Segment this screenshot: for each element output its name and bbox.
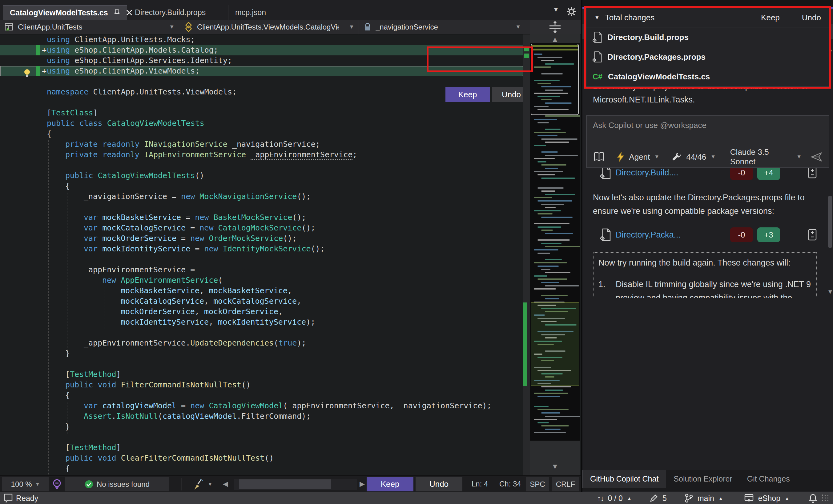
total-undo-button[interactable]: Undo — [802, 13, 821, 22]
inline-keep-button[interactable]: Keep — [446, 87, 490, 102]
code-line[interactable]: _appEnvironmentService.UpdateDependencie… — [0, 338, 523, 348]
feedback-icon[interactable] — [52, 479, 62, 490]
code-line[interactable]: var mockOrderService = new OrderMockServ… — [0, 233, 523, 244]
tab-list-chevron-icon[interactable]: ▼ — [553, 6, 559, 17]
changed-file-row[interactable]: Directory.Build.props — [587, 27, 829, 47]
code-line[interactable] — [0, 327, 523, 338]
project-dropdown[interactable]: ClientApp.UnitTests ▼ — [0, 20, 179, 34]
agent-mode-dropdown[interactable]: Agent — [629, 152, 650, 162]
zoom-dropdown[interactable]: 100 % ▼ — [2, 477, 49, 492]
sync-counter[interactable]: 0 / 0 — [608, 494, 623, 503]
chat-input[interactable] — [587, 116, 829, 143]
code-line[interactable]: { — [0, 129, 523, 139]
code-line[interactable]: new AppEnvironmentService( — [0, 275, 523, 285]
column-indicator[interactable]: Ch: 34 — [499, 480, 521, 488]
code-line[interactable]: using ClientApp.UnitTests.Mocks; — [0, 34, 523, 45]
split-editor-button[interactable] — [530, 20, 580, 34]
code-line[interactable] — [0, 254, 523, 264]
code-line[interactable]: { — [0, 390, 523, 401]
code-line[interactable]: Assert.IsNotNull(catalogViewModel.Filter… — [0, 411, 523, 422]
tab-catalogviewmodeltests[interactable]: CatalogViewModelTests.cs — [3, 5, 127, 20]
code-line[interactable]: public class CatalogViewModelTests — [0, 118, 523, 129]
panel-tab-solution-explorer[interactable]: Solution Explorer — [666, 470, 739, 488]
code-line[interactable] — [0, 160, 523, 171]
scroll-up-icon[interactable]: ▲ — [530, 35, 580, 44]
type-dropdown[interactable]: ClientApp.UnitTests.ViewModels.CatalogVi… — [179, 20, 359, 34]
hscrollbar-track[interactable] — [234, 479, 357, 490]
code-line[interactable]: } — [0, 422, 523, 432]
book-icon[interactable] — [593, 152, 605, 162]
scrollbar-thumb[interactable] — [828, 196, 832, 248]
scroll-down-icon[interactable]: ▼ — [530, 462, 580, 471]
code-line[interactable] — [0, 97, 523, 108]
code-line[interactable]: mockCatalogService, mockCatalogService, — [0, 296, 523, 306]
gear-icon[interactable] — [566, 6, 577, 17]
code-line[interactable]: var catalogViewModel = new CatalogViewMo… — [0, 401, 523, 411]
pending-edits-count[interactable]: 5 — [663, 494, 667, 503]
code-line[interactable]: [TestClass] — [0, 108, 523, 118]
minimap[interactable]: ▲ ▼ — [530, 34, 580, 475]
member-dropdown[interactable]: _navigationService ▼ — [359, 20, 525, 34]
changed-file-row[interactable]: Directory.Packages.props — [587, 47, 829, 67]
code-line[interactable]: public CatalogViewModelTests() — [0, 171, 523, 181]
code-editor[interactable]: using ClientApp.UnitTests.Mocks;+using e… — [0, 34, 523, 475]
hscroll-right-icon[interactable]: ▶ — [360, 480, 365, 488]
tab-mcp-json[interactable]: mcp.json — [228, 5, 290, 20]
changed-file-row[interactable]: C# CatalogViewModelTests.cs — [587, 67, 829, 86]
code-line[interactable]: } — [0, 348, 523, 359]
diff-preview-icon[interactable] — [808, 229, 817, 241]
tools-dropdown[interactable]: 44/46 — [686, 152, 706, 162]
code-line[interactable]: var mockCatalogService = new CatalogMock… — [0, 223, 523, 233]
total-keep-button[interactable]: Keep — [761, 13, 780, 22]
code-line[interactable]: [TestMethod] — [0, 369, 523, 380]
code-line[interactable]: mockOrderService, mockOrderService, — [0, 306, 523, 317]
code-line[interactable]: { — [0, 463, 523, 474]
caret-up-icon[interactable]: ▲ — [785, 496, 789, 501]
file-chip[interactable]: Directory.Packa... -0 +3 — [600, 225, 817, 244]
file-link[interactable]: Directory.Packa... — [616, 228, 681, 242]
code-line[interactable]: namespace ClientApp.UnitTests.ViewModels… — [0, 87, 523, 97]
collapse-caret-icon[interactable]: ▼ — [594, 15, 600, 21]
branch-name[interactable]: main — [697, 494, 714, 503]
code-line[interactable]: var mockIdentityService = new IdentityMo… — [0, 244, 523, 254]
code-line[interactable]: _appEnvironmentService = — [0, 264, 523, 275]
code-line[interactable]: mockBasketService, mockBasketService, — [0, 285, 523, 296]
code-line[interactable] — [0, 359, 523, 369]
hscrollbar-thumb[interactable] — [239, 479, 331, 489]
panel-tab-git-changes[interactable]: Git Changes — [740, 470, 797, 488]
code-line[interactable]: var mockBasketService = new BasketMockSe… — [0, 212, 523, 223]
code-line[interactable] — [0, 432, 523, 443]
keep-button[interactable]: Keep — [366, 477, 413, 492]
caret-up-icon[interactable]: ▲ — [627, 496, 632, 501]
code-cleanup-button[interactable]: ▼ — [192, 478, 213, 490]
eol-indicator[interactable]: CRLF — [552, 477, 579, 492]
tab-pin-icon[interactable] — [114, 9, 120, 17]
resize-grip[interactable] — [821, 494, 829, 502]
diff-preview-icon[interactable] — [808, 167, 817, 179]
code-line[interactable] — [0, 76, 523, 87]
code-line[interactable]: [TestMethod] — [0, 443, 523, 453]
tab-directory-build-props[interactable]: Directory.Build.props — [128, 5, 227, 20]
issues-indicator[interactable]: No issues found — [65, 477, 169, 492]
hscroll-left-icon[interactable]: ◀ — [223, 480, 228, 488]
model-dropdown[interactable]: Claude 3.5 Sonnet — [730, 147, 792, 167]
code-line[interactable]: mockIdentityService, mockIdentityService… — [0, 317, 523, 327]
lightbulb-icon[interactable] — [22, 68, 33, 79]
line-indicator[interactable]: Ln: 4 — [472, 480, 488, 488]
bell-icon[interactable] — [809, 494, 817, 503]
code-line[interactable]: _navigationService = new MockNavigationS… — [0, 192, 523, 202]
code-line[interactable] — [0, 202, 523, 212]
scroll-down-icon[interactable]: ▼ — [827, 285, 833, 298]
panel-tab-copilot[interactable]: GitHub Copilot Chat — [582, 470, 666, 488]
inline-undo-button[interactable]: Undo — [492, 87, 523, 102]
code-line[interactable]: public void ClearFilterCommandIsNotNullT… — [0, 453, 523, 463]
code-line[interactable]: private readonly IAppEnvironmentService … — [0, 150, 523, 160]
send-icon[interactable] — [810, 152, 823, 162]
caret-up-icon[interactable]: ▲ — [718, 496, 723, 501]
code-line[interactable]: { — [0, 181, 523, 192]
undo-button[interactable]: Undo — [415, 477, 462, 492]
repo-name[interactable]: eShop — [758, 494, 780, 503]
code-line[interactable]: public void FilterCommandIsNotNullTest() — [0, 380, 523, 390]
space-indicator[interactable]: SPC — [526, 477, 549, 492]
code-line[interactable]: private readonly INavigationService _nav… — [0, 139, 523, 150]
